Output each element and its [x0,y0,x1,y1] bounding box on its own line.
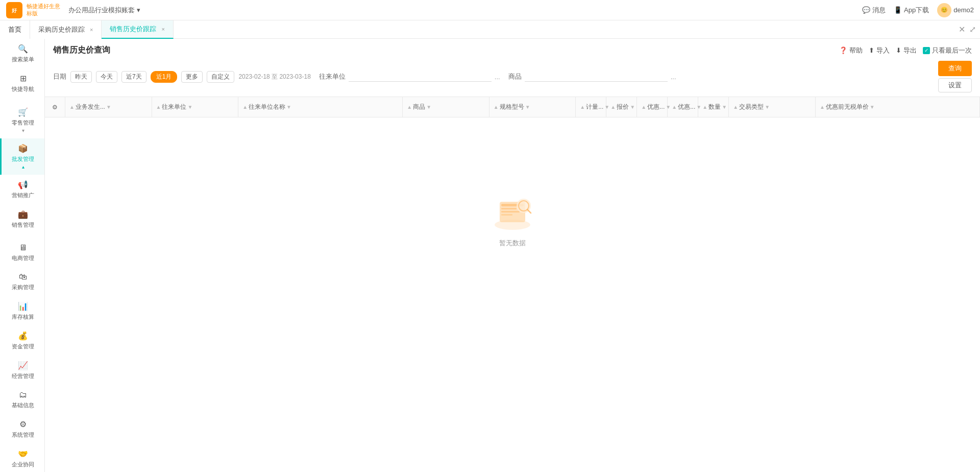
logo-text: 畅捷通好生意 标版 [27,3,60,16]
sort-up-icon-11: ▲ [733,104,738,110]
page-title: 销售历史价查询 [53,45,110,56]
sidebar-item-basic[interactable]: 🗂 基础信息 [0,385,44,414]
sort-down-icon-10: ▼ [722,104,727,110]
wholesale-icon: 📦 [18,144,28,153]
sidebar-label-retail: 零售管理 [12,119,34,127]
sidebar-item-marketing[interactable]: 📢 营销推广 [0,175,44,204]
date-btn-1month[interactable]: 近1月 [151,71,178,83]
sidebar-item-collab[interactable]: 🤝 企业协同 [0,444,44,472]
expand-tabs-icon[interactable]: ⤢ [969,25,976,34]
topbar-left: 好 畅捷通好生意 标版 办公用品行业模拟账套 ▾ [6,2,144,18]
sort-up-icon-10: ▲ [702,104,707,110]
product-input[interactable] [525,72,668,82]
logo-icon: 好 [6,2,22,18]
date-btn-yesterday[interactable]: 昨天 [70,71,92,83]
import-button[interactable]: ⬆ 导入 [869,46,890,55]
marketing-icon: 📢 [18,180,28,190]
sort-down-icon-11: ▼ [765,104,770,110]
app-download-button[interactable]: 📱 App下载 [894,6,929,15]
th-price[interactable]: ▲ 报价 ▼ [606,97,637,117]
sidebar-item-ecom[interactable]: 🖥 电商管理 [0,238,44,267]
sort-down-icon-12: ▼ [870,104,875,110]
empty-illustration [487,192,538,232]
sidebar-label-marketing: 营销推广 [12,192,34,199]
app-selector[interactable]: 办公用品行业模拟账套 ▾ [64,4,144,17]
date-btn-custom[interactable]: 自定义 [207,71,234,83]
query-button[interactable]: 查询 [938,61,972,76]
sidebar-item-search-menu[interactable]: 🔍 搜索菜单 [0,39,44,68]
th-unit[interactable]: ▲ 计量... ▼ [576,97,606,117]
purchase-tab-label: 采购历史价跟踪 [38,25,85,34]
message-button[interactable]: 💬 消息 [862,6,886,15]
sidebar-item-inventory[interactable]: 📊 库存核算 [0,296,44,326]
sort-down-icon-3: ▼ [286,104,291,110]
tab-home[interactable]: 首页 [0,20,30,39]
help-button[interactable]: ❓ 帮助 [839,46,863,55]
th-spec[interactable]: ▲ 规格型号 ▼ [489,97,576,117]
sidebar-item-system[interactable]: ⚙ 系统管理 [0,414,44,444]
sort-up-icon-12: ▲ [820,104,825,110]
sidebar-item-retail[interactable]: 🛒 零售管理 ▾ [0,102,44,138]
settings-col-icon: ⚙ [52,104,58,111]
th-biz-date[interactable]: ▲ 业务发生... ▼ [65,97,152,117]
message-icon: 💬 [862,6,870,14]
empty-state: 暂无数据 [45,117,980,322]
th-discount2[interactable]: ▲ 优惠... ▼ [668,97,698,117]
header-actions: ❓ 帮助 ⬆ 导入 ⬇ 导出 ✓ 只看最后一次 [839,46,972,55]
collab-icon: 🤝 [18,449,28,459]
topbar-right: 💬 消息 📱 App下载 😊 demo2 [862,3,974,17]
th-product[interactable]: ▲ 商品 ▼ [403,97,489,117]
date-btn-more[interactable]: 更多 [181,71,203,83]
tabbar-actions: ✕ ⤢ [959,25,980,34]
date-btn-7days[interactable]: 近7天 [121,71,146,83]
tab-purchase-history[interactable]: 采购历史价跟踪 × [30,20,102,39]
th-discount1[interactable]: ▲ 优惠... ▼ [637,97,668,117]
sidebar-item-quick-nav[interactable]: ⊞ 快捷导航 [0,68,44,98]
close-all-tabs-icon[interactable]: ✕ [959,25,965,34]
grid-icon: ⊞ [20,74,27,83]
product-label: 商品 [508,72,522,81]
tab-sales-history[interactable]: 销售历史价跟踪 × [102,20,173,39]
home-tab-label: 首页 [8,25,21,34]
th-qty[interactable]: ▲ 数量 ▼ [698,97,729,117]
import-icon: ⬆ [869,46,874,54]
sort-up-icon-9: ▲ [672,104,677,110]
product-picker-icon[interactable]: ... [671,73,676,81]
th-partner-code[interactable]: ▲ 往来单位 ▼ [152,97,239,117]
settings-button[interactable]: 设置 [938,78,972,92]
export-button[interactable]: ⬇ 导出 [896,46,917,55]
sidebar-label-ops: 经营管理 [12,372,34,380]
th-partner-name[interactable]: ▲ 往来单位名称 ▼ [238,97,403,117]
th-settings[interactable]: ⚙ [45,97,65,117]
tabbar: 首页 采购历史价跟踪 × 销售历史价跟踪 × ✕ ⤢ [0,20,980,39]
table-header: ⚙ ▲ 业务发生... ▼ ▲ 往来单位 ▼ ▲ 往来单位名称 ▼ [45,97,980,117]
close-purchase-tab-icon[interactable]: × [90,27,93,33]
th-tax-price[interactable]: ▲ 优惠前无税单价 ▼ [816,97,980,117]
ops-icon: 📈 [18,361,28,370]
retail-icon: 🛒 [18,107,28,117]
sidebar-item-ops[interactable]: 📈 经营管理 [0,356,44,385]
date-btn-today[interactable]: 今天 [96,71,117,83]
only-last-checkbox[interactable]: ✓ 只看最后一次 [923,46,972,55]
partner-input[interactable] [349,72,492,82]
export-icon: ⬇ [896,46,901,54]
svg-rect-6 [501,211,520,213]
help-icon: ❓ [839,46,847,54]
svg-rect-7 [501,214,512,216]
sort-up-icon-5: ▲ [494,104,499,110]
sort-down-icon: ▼ [106,104,111,110]
partner-picker-icon[interactable]: ... [495,73,500,81]
close-sales-tab-icon[interactable]: × [161,26,164,32]
th-trade-type[interactable]: ▲ 交易类型 ▼ [729,97,816,117]
system-icon: ⚙ [19,419,27,429]
arrow-up-icon: ▴ [22,164,24,170]
table-area: ⚙ ▲ 业务发生... ▼ ▲ 往来单位 ▼ ▲ 往来单位名称 ▼ [45,97,980,472]
sidebar-item-purchase[interactable]: 🛍 采购管理 [0,267,44,296]
sort-up-icon-6: ▲ [580,104,585,110]
sidebar-item-wholesale[interactable]: 📦 批发管理 ▴ [0,138,44,175]
sidebar-item-sales[interactable]: 💼 销售管理 [0,204,44,234]
sidebar-item-finance[interactable]: 💰 资金管理 [0,326,44,356]
date-filter-group: 日期 昨天 今天 近7天 近1月 更多 自定义 2023-02-18 至 202… [53,71,311,83]
user-menu[interactable]: 😊 demo2 [937,3,974,17]
phone-icon: 📱 [894,6,902,14]
